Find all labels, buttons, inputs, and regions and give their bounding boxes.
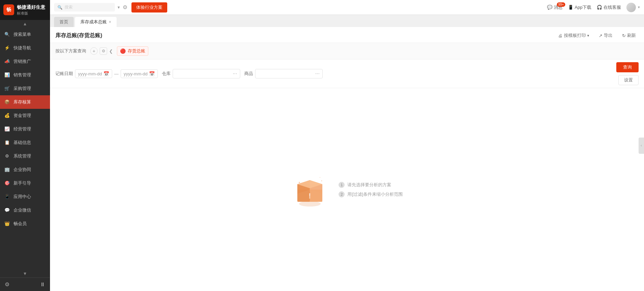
date-start-input[interactable]: yyyy-mm-dd 📅 xyxy=(75,69,112,78)
filter-add-btn[interactable]: + xyxy=(90,47,98,55)
scheme-item-inventory[interactable]: 🔴 存货总账 xyxy=(117,46,148,56)
product-select[interactable]: ··· xyxy=(255,69,323,78)
sidebar: 畅 畅捷通好生意 标准版 ▲ 🔍 搜索菜单 ⚡ 快捷导航 📣 营销推广 📊 销售… xyxy=(0,0,50,291)
page-content: 库存总账(存货总账) 🖨 按模板打印 ▾ ↗ 导出 ↻ 刷新 按以下方案查询 xyxy=(50,27,644,291)
filter-row: 记账日期 yyyy-mm-dd 📅 — yyyy-mm-dd 📅 仓库 ··· xyxy=(50,59,644,88)
topbar-online-support[interactable]: 🎧 在线客服 xyxy=(597,4,621,10)
svg-point-10 xyxy=(320,177,320,178)
sidebar-item-sales[interactable]: 📊 销售管理 xyxy=(0,68,50,82)
industry-btn[interactable]: 体验行业方案 xyxy=(131,2,167,13)
sidebar-item-finance[interactable]: 💰 资金管理 xyxy=(0,109,50,122)
refresh-icon: ↻ xyxy=(622,33,626,38)
settings-footer-icon[interactable]: ⚙ xyxy=(5,281,9,288)
settings-button[interactable]: 设置 xyxy=(618,75,639,85)
svg-point-8 xyxy=(299,182,300,183)
topbar-search-icon: 🔍 xyxy=(57,5,63,10)
empty-state: ! 1 请先选择要分析的方案 2 用[过滤]条件来缩小分析范围 xyxy=(50,88,644,291)
logo-text: 畅捷通好生意 标准版 xyxy=(17,4,45,16)
phone-icon: 📱 xyxy=(568,5,573,10)
avatar xyxy=(626,3,636,12)
logo-icon: 畅 xyxy=(3,4,14,15)
topbar-dropdown-arrow[interactable]: ▾ xyxy=(118,5,120,10)
calendar-end-icon: 📅 xyxy=(149,71,155,76)
topbar-search-box[interactable]: 🔍 搜索 xyxy=(54,3,115,11)
enterprise-icon: 🏢 xyxy=(4,167,10,173)
sidebar-item-apps[interactable]: 📱 应用中心 xyxy=(0,190,50,203)
sidebar-logo: 畅 畅捷通好生意 标准版 xyxy=(0,0,50,20)
date-filter-field: 记账日期 yyyy-mm-dd 📅 — yyyy-mm-dd 📅 xyxy=(55,69,158,78)
tabs-bar: 首页 库存成本总账 × xyxy=(50,15,644,27)
svg-text:!: ! xyxy=(308,192,311,200)
sidebar-item-search[interactable]: 🔍 搜索菜单 xyxy=(0,28,50,41)
filter-area: 按以下方案查询 + ⚙ ❮ 🔴 存货总账 xyxy=(50,43,644,59)
filter-label: 按以下方案查询 xyxy=(55,48,86,54)
filter-collapse-btn[interactable]: ❮ xyxy=(109,49,113,54)
wechat-icon: 💬 xyxy=(4,207,10,213)
finance-icon: 💰 xyxy=(4,113,10,119)
sidebar-item-purchase[interactable]: 🛒 采购管理 xyxy=(0,82,50,95)
date-label: 记账日期 xyxy=(55,71,73,77)
svg-point-0 xyxy=(299,201,321,207)
sidebar-item-basic[interactable]: 📋 基础信息 xyxy=(0,136,50,149)
sidebar-scroll-up[interactable]: ▲ xyxy=(0,20,50,28)
main-area: 🔍 搜索 ▾ ⚙ 体验行业方案 💬 消息 99+ 📱 App下载 🎧 在线客服 … xyxy=(50,0,644,291)
warehouse-select[interactable]: ··· xyxy=(173,69,240,78)
message-badge: 99+ xyxy=(557,2,565,7)
user-chevron-icon: ▾ xyxy=(638,5,640,9)
sidebar-scroll-down[interactable]: ▼ xyxy=(0,270,50,277)
apps-icon: 📱 xyxy=(4,194,10,200)
print-dropdown-icon: ▾ xyxy=(587,33,589,38)
sidebar-item-shortcut[interactable]: ⚡ 快捷导航 xyxy=(0,41,50,55)
sidebar-item-enterprise[interactable]: 🏢 企业协同 xyxy=(0,163,50,176)
topbar-app-download[interactable]: 📱 App下载 xyxy=(568,4,591,10)
sidebar-item-inventory[interactable]: 📦 库存核算 xyxy=(0,95,50,109)
purchase-icon: 🛒 xyxy=(4,86,10,92)
scheme-icon: 🔴 xyxy=(120,48,126,54)
topbar-settings-icon[interactable]: ⚙ xyxy=(123,4,127,10)
shortcut-icon: ⚡ xyxy=(4,45,10,51)
date-end-input[interactable]: yyyy-mm-dd 📅 xyxy=(121,69,158,78)
topbar-message[interactable]: 💬 消息 99+ xyxy=(547,4,563,10)
tab-home[interactable]: 首页 xyxy=(54,17,74,27)
sidebar-item-system[interactable]: ⚙ 系统管理 xyxy=(0,149,50,163)
topbar-right: 💬 消息 99+ 📱 App下载 🎧 在线客服 ▾ xyxy=(547,3,640,12)
sidebar-item-newbie[interactable]: 🎯 新手引导 xyxy=(0,176,50,190)
sidebar-item-marketing[interactable]: 📣 营销推广 xyxy=(0,55,50,68)
empty-hint-1: 1 请先选择要分析的方案 xyxy=(339,182,402,188)
sidebar-item-wechat[interactable]: 💬 企业微信 xyxy=(0,203,50,217)
svg-rect-4 xyxy=(297,190,310,202)
marketing-icon: 📣 xyxy=(4,58,10,65)
query-button[interactable]: 查询 xyxy=(616,62,639,72)
export-btn[interactable]: ↗ 导出 xyxy=(596,31,615,40)
filter-settings-icon[interactable]: ⚙ xyxy=(100,47,107,55)
right-panel-handle[interactable]: ‹ xyxy=(639,138,644,154)
date-separator: — xyxy=(114,71,119,76)
system-icon: ⚙ xyxy=(4,153,10,159)
sales-icon: 📊 xyxy=(4,72,10,78)
search-icon: 🔍 xyxy=(4,31,10,38)
headset-icon: 🎧 xyxy=(597,5,602,10)
newbie-icon: 🎯 xyxy=(4,180,10,186)
operation-icon: 📈 xyxy=(4,126,10,132)
tab-inventory-ledger[interactable]: 库存成本总账 × xyxy=(75,17,117,27)
sidebar-item-operation[interactable]: 📈 经营管理 xyxy=(0,122,50,136)
tab-close-icon[interactable]: × xyxy=(109,20,111,24)
basic-icon: 📋 xyxy=(4,140,10,146)
product-filter-field: 商品 ··· xyxy=(244,69,323,78)
inventory-icon: 📦 xyxy=(4,99,10,105)
calendar-start-icon: 📅 xyxy=(103,71,109,76)
export-icon: ↗ xyxy=(599,33,602,38)
sidebar-item-member[interactable]: 👑 畅会员 xyxy=(0,217,50,231)
hint-num-1: 1 xyxy=(339,182,345,188)
topbar-user-avatar[interactable]: ▾ xyxy=(626,3,640,12)
page-title: 库存总账(存货总账) xyxy=(55,32,102,39)
print-icon: 🖨 xyxy=(558,33,563,38)
message-icon: 💬 xyxy=(547,5,552,10)
topbar: 🔍 搜索 ▾ ⚙ 体验行业方案 💬 消息 99+ 📱 App下载 🎧 在线客服 … xyxy=(50,0,644,15)
filter-right-actions: 查询 设置 xyxy=(616,62,639,85)
refresh-btn[interactable]: ↻ 刷新 xyxy=(619,31,639,40)
collapse-sidebar-icon[interactable]: ⏸ xyxy=(40,282,45,288)
product-label: 商品 xyxy=(244,71,253,77)
warehouse-label: 仓库 xyxy=(162,71,171,77)
print-btn[interactable]: 🖨 按模板打印 ▾ xyxy=(555,31,592,40)
